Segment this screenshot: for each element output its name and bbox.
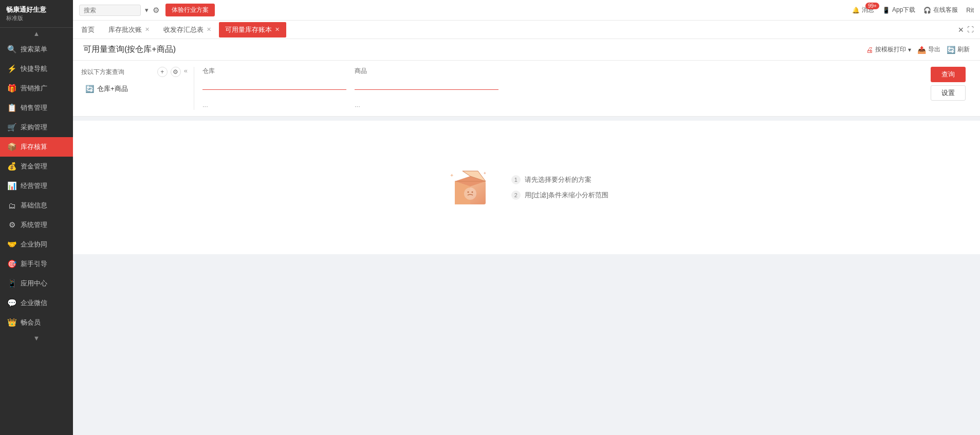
scheme-item-icon: 🔄 xyxy=(85,85,94,93)
sidebar-item-inventory[interactable]: 📦 库存核算 xyxy=(0,137,73,157)
filter-panel: 按以下方案查询 + ⚙ « 🔄 仓库+商品 仓库 ··· xyxy=(73,61,980,117)
online-service-button[interactable]: 🎧 在线客服 xyxy=(923,6,958,14)
print-dropdown-icon[interactable]: ▾ xyxy=(908,46,911,53)
product-more-icon[interactable]: ··· xyxy=(355,102,498,110)
page-content: 可用量查询(按仓库+商品) 🖨 按模板打印 ▾ 📤 导出 🔄 刷新 xyxy=(73,39,980,435)
headset-icon: 🎧 xyxy=(923,7,931,14)
page-actions: 🖨 按模板打印 ▾ 📤 导出 🔄 刷新 xyxy=(866,45,970,54)
warehouse-input[interactable] xyxy=(202,78,346,90)
sidebar-item-purchase[interactable]: 🛒 采购管理 xyxy=(0,118,73,137)
sidebar-item-quick-nav[interactable]: ⚡ 快捷导航 xyxy=(0,59,73,79)
svg-point-5 xyxy=(464,187,476,200)
sidebar-item-label: 搜索菜单 xyxy=(21,45,47,54)
tip-num-2: 2 xyxy=(511,191,521,200)
sidebar-item-enterprise-wechat[interactable]: 💬 企业微信 xyxy=(0,293,73,313)
tab-available-ledger[interactable]: 可用量库存账本 ✕ xyxy=(219,22,286,37)
topbar-search-input[interactable] xyxy=(79,5,141,16)
tab-available-ledger-label: 可用量库存账本 xyxy=(225,25,272,34)
empty-tip-2: 2 用[过滤]条件来缩小分析范围 xyxy=(511,191,608,200)
tab-batch-account-label: 库存批次账 xyxy=(108,25,142,34)
tab-batch-account[interactable]: 库存批次账 ✕ xyxy=(102,22,156,37)
refresh-icon: 🔄 xyxy=(947,46,955,54)
sidebar-item-members[interactable]: 👑 畅会员 xyxy=(0,313,73,332)
purchase-icon: 🛒 xyxy=(7,123,16,132)
user-menu[interactable]: Rit xyxy=(966,7,974,14)
mobile-icon: 📱 xyxy=(882,7,890,14)
tab-available-ledger-close[interactable]: ✕ xyxy=(275,26,280,33)
sidebar-item-new-guide[interactable]: 🎯 新手引导 xyxy=(0,254,73,274)
filter-scheme-label: 按以下方案查询 xyxy=(81,68,124,77)
sidebar-item-operations[interactable]: 📊 经营管理 xyxy=(0,176,73,196)
query-button[interactable]: 查询 xyxy=(931,67,966,82)
settings-button[interactable]: 设置 xyxy=(931,85,966,101)
add-scheme-button[interactable]: + xyxy=(157,67,168,77)
sidebar-item-label: 营销推广 xyxy=(21,84,47,93)
tip-num-1: 1 xyxy=(511,175,521,184)
tabbar: 首页 库存批次账 ✕ 收发存汇总表 ✕ 可用量库存账本 ✕ ✕ ⛶ xyxy=(73,21,980,39)
svg-point-6 xyxy=(467,192,469,193)
product-input[interactable] xyxy=(355,78,498,90)
filter-scheme-header: 按以下方案查询 + ⚙ « xyxy=(81,67,188,77)
app-logo: 畅康通好生意 标准版 xyxy=(0,0,73,28)
username: Rit xyxy=(966,7,974,14)
sidebar-item-label: 企业协同 xyxy=(21,240,47,249)
filter-scheme-actions: + ⚙ « xyxy=(157,67,188,77)
sidebar-scroll-up[interactable]: ▲ xyxy=(0,28,73,40)
sidebar-scroll-down[interactable]: ▼ xyxy=(0,332,73,344)
online-service-label: 在线客服 xyxy=(933,6,958,14)
sidebar-item-marketing[interactable]: 🎁 营销推广 xyxy=(0,79,73,98)
empty-tips: 1 请先选择要分析的方案 2 用[过滤]条件来缩小分析范围 xyxy=(511,175,608,200)
main-area: ▾ ⚙ 体验行业方案 🔔 消息 99+ 📱 App下载 🎧 在线客服 Rit xyxy=(73,0,980,435)
export-action[interactable]: 📤 导出 xyxy=(917,45,940,54)
svg-point-7 xyxy=(471,192,473,193)
tabbar-expand-icon[interactable]: ⛶ xyxy=(967,26,974,33)
collapse-filter-button[interactable]: « xyxy=(184,67,188,77)
svg-text:✦: ✦ xyxy=(450,173,454,178)
sidebar-item-finance[interactable]: 💰 资金管理 xyxy=(0,157,73,176)
finance-icon: 💰 xyxy=(7,162,16,171)
sidebar-item-sales[interactable]: 📋 销售管理 xyxy=(0,98,73,118)
tab-home[interactable]: 首页 xyxy=(75,22,101,37)
sidebar-item-label: 企业微信 xyxy=(21,298,47,308)
topbar-dropdown-icon[interactable]: ▾ xyxy=(145,6,149,14)
empty-tip-1-text: 请先选择要分析的方案 xyxy=(525,175,591,184)
tabbar-close-icon[interactable]: ✕ xyxy=(958,26,964,34)
enterprise-icon: 🤝 xyxy=(7,240,16,249)
bell-icon: 🔔 xyxy=(852,7,860,14)
refresh-action[interactable]: 🔄 刷新 xyxy=(947,45,970,54)
sidebar-item-label: 库存核算 xyxy=(21,142,47,152)
sales-icon: 📋 xyxy=(7,103,16,112)
warehouse-field: 仓库 ··· xyxy=(202,67,346,110)
sidebar-item-label: 快捷导航 xyxy=(21,64,47,73)
search-icon: 🔍 xyxy=(7,45,16,54)
page-title: 可用量查询(按仓库+商品) xyxy=(83,44,176,55)
tab-receipt-summary[interactable]: 收发存汇总表 ✕ xyxy=(157,22,218,37)
svg-text:✦: ✦ xyxy=(483,171,487,176)
industry-solution-button[interactable]: 体验行业方案 xyxy=(165,4,215,16)
sidebar-item-enterprise[interactable]: 🤝 企业协同 xyxy=(0,235,73,254)
filter-scheme-panel: 按以下方案查询 + ⚙ « 🔄 仓库+商品 xyxy=(81,67,194,110)
sidebar-item-basic-info[interactable]: 🗂 基础信息 xyxy=(0,196,73,215)
tab-batch-account-close[interactable]: ✕ xyxy=(145,26,150,33)
app-name: 畅康通好生意 xyxy=(6,5,67,14)
inventory-icon: 📦 xyxy=(7,142,16,152)
manage-scheme-button[interactable]: ⚙ xyxy=(171,67,181,77)
filter-fields: 仓库 ··· 商品 ··· xyxy=(194,67,924,110)
sidebar-item-app-center[interactable]: 📱 应用中心 xyxy=(0,274,73,293)
notifications-button[interactable]: 🔔 消息 99+ xyxy=(852,6,874,14)
print-icon: 🖨 xyxy=(866,46,873,54)
tab-receipt-summary-close[interactable]: ✕ xyxy=(207,26,211,33)
product-field: 商品 ··· xyxy=(355,67,498,110)
print-action[interactable]: 🖨 按模板打印 ▾ xyxy=(866,45,911,54)
sidebar-item-label: 畅会员 xyxy=(21,318,41,327)
sidebar-item-search[interactable]: 🔍 搜索菜单 xyxy=(0,40,73,59)
topbar-gear-icon[interactable]: ⚙ xyxy=(153,6,159,15)
app-download-label: App下载 xyxy=(892,6,915,14)
sidebar-item-system[interactable]: ⚙ 系统管理 xyxy=(0,215,73,235)
export-label: 导出 xyxy=(928,45,940,54)
warehouse-more-icon[interactable]: ··· xyxy=(202,102,346,110)
scheme-item-warehouse-product[interactable]: 🔄 仓库+商品 xyxy=(81,81,188,97)
sidebar-item-label: 资金管理 xyxy=(21,162,47,171)
refresh-label: 刷新 xyxy=(957,45,970,54)
app-download-button[interactable]: 📱 App下载 xyxy=(882,6,915,14)
